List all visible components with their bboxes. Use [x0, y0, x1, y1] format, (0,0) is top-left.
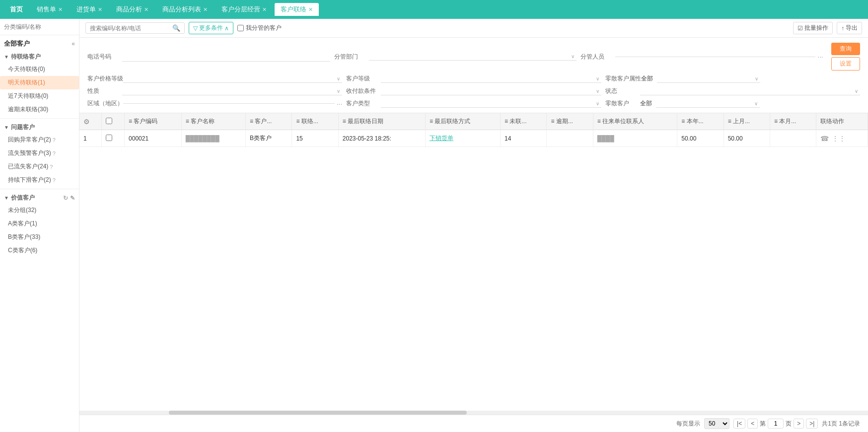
pagination-nav: |< < 第 页 > >| [733, 419, 818, 429]
table-row: 1 000021 ████████ B类客户 15 2023-05-23 18:… [79, 130, 868, 147]
set-button[interactable]: 设置 [831, 57, 860, 71]
customer-level-select[interactable]: ∨ [381, 75, 601, 83]
per-page-label: 每页显示 [676, 420, 700, 428]
collapse-icon[interactable]: « [72, 40, 75, 47]
nature-select[interactable]: ∨ [122, 87, 342, 95]
group-value-customers[interactable]: ▼ 价值客户 ↻ ✎ [0, 191, 79, 204]
question-icon: ? [53, 150, 56, 156]
prev-page-button[interactable]: < [747, 419, 758, 429]
sidebar: 🔍 全部客户 « ▼ 待联络客户 今天待联络(0) 明天待联络(1) 近7天待联… [0, 19, 79, 432]
status-select[interactable]: ∨ [640, 87, 860, 95]
scatter-customer-select[interactable]: ∨ [656, 100, 760, 108]
sidebar-item-c-class[interactable]: C类客户(6) [0, 244, 79, 257]
sidebar-item-today[interactable]: 今天待联络(0) [0, 63, 79, 76]
group-problem-customers[interactable]: ▼ 问题客户 [0, 121, 79, 133]
col-this-month: ≡ 本月... [770, 113, 816, 130]
close-icon[interactable]: ✕ [98, 6, 102, 13]
gear-icon[interactable]: ⚙ [83, 118, 90, 126]
phone-action-icon[interactable]: ☎ [820, 135, 829, 143]
nav-tab-3[interactable]: 商品分析列表 ✕ [156, 3, 214, 16]
more-conditions-button[interactable]: ▽ 更多条件 ∧ [189, 22, 233, 34]
search-input[interactable] [90, 25, 170, 32]
cell-unlinked: 14 [501, 130, 547, 147]
table-area: ⚙ ≡ 客户编码 ≡ 客户名称 ≡ 客户... ≡ 联络... ≡ 最后联络日期… [79, 113, 868, 411]
cell-last-date: 2023-05-23 18:25: [338, 130, 425, 147]
chevron-down-icon: ∨ [596, 101, 599, 106]
dots-icon[interactable]: ··· [337, 100, 343, 108]
phone-label: 电话号码 [87, 53, 122, 61]
triangle-icon: ▼ [4, 195, 9, 201]
sidebar-item-tomorrow[interactable]: 明天待联络(1) [0, 76, 79, 89]
close-icon[interactable]: ✕ [203, 6, 208, 13]
chevron-down-icon: ∨ [571, 54, 575, 59]
select-all-checkbox[interactable] [106, 118, 112, 124]
first-page-button[interactable]: |< [733, 419, 745, 429]
scatter-attr-select[interactable]: ∨ [657, 75, 761, 83]
refresh-icon[interactable]: ↻ [63, 195, 68, 202]
group-pending-contact[interactable]: ▼ 待联络客户 [0, 50, 79, 63]
row-checkbox[interactable] [106, 135, 112, 141]
close-icon[interactable]: ✕ [58, 6, 63, 13]
adv-filter-row-1: 电话号码 分管部门 ∨ 分管人员 ··· 查询 设置 [87, 43, 860, 71]
phone-input[interactable] [122, 52, 330, 62]
nav-tab-2[interactable]: 商品分析 ✕ [110, 3, 154, 16]
sidebar-item-ungrouped[interactable]: 未分组(32) [0, 204, 79, 217]
field-phone: 电话号码 [87, 52, 330, 62]
all-customers-header[interactable]: 全部客户 « [0, 35, 79, 50]
horizontal-scrollbar[interactable] [79, 411, 868, 415]
payment-select[interactable]: ∨ [381, 87, 601, 95]
export-button[interactable]: ↑ 导出 [837, 22, 862, 34]
sidebar-search-input[interactable] [4, 23, 78, 30]
sidebar-item-a-class[interactable]: A类客户(1) [0, 217, 79, 230]
sidebar-item-lost[interactable]: 已流失客户(24) ? [0, 160, 79, 173]
col-contact-count: ≡ 联络... [292, 113, 338, 130]
col-company-contact: ≡ 往来单位联系人 [593, 113, 677, 130]
col-unlinked: ≡ 未联... [501, 113, 547, 130]
customer-level-label: 客户等级 [346, 74, 381, 83]
next-page-button[interactable]: > [794, 419, 804, 429]
sidebar-item-b-class[interactable]: B类客户(33) [0, 230, 79, 244]
nav-tab-4[interactable]: 客户分层经营 ✕ [216, 3, 273, 16]
customer-table: ⚙ ≡ 客户编码 ≡ 客户名称 ≡ 客户... ≡ 联络... ≡ 最后联络日期… [79, 113, 868, 147]
query-button[interactable]: 查询 [831, 43, 860, 55]
nav-tab-5[interactable]: 客户联络 ✕ [275, 3, 319, 16]
field-region: 区域（地区） ··· [87, 99, 342, 108]
close-icon[interactable]: ✕ [308, 6, 313, 13]
chevron-down-icon: ∨ [596, 88, 599, 94]
chevron-down-icon: ∨ [755, 76, 758, 81]
col-type: ≡ 客户... [246, 113, 292, 130]
field-price-level: 客户价格等级 ∨ [87, 74, 342, 83]
col-actions: 联络动作 [816, 113, 868, 130]
my-customers-checkbox[interactable] [237, 25, 244, 31]
search-icon: 🔍 [172, 24, 180, 32]
menu-action-icon[interactable]: ⋮⋮ [832, 135, 846, 143]
scatter-attr-label: 零散客户属性 [605, 74, 641, 83]
price-level-select[interactable]: ∨ [123, 75, 342, 83]
per-page-select[interactable]: 50 100 200 [704, 418, 729, 429]
sidebar-item-warning[interactable]: 流失预警客户(3) ? [0, 146, 79, 160]
scrollbar-thumb[interactable] [169, 411, 467, 415]
col-gear[interactable]: ⚙ [79, 113, 102, 130]
my-customers-checkbox-label[interactable]: 我分管的客户 [237, 24, 282, 32]
dots-icon[interactable]: ··· [817, 53, 823, 61]
sidebar-item-declining[interactable]: 持续下滑客户(2) ? [0, 173, 79, 187]
last-method-link[interactable]: 下销货单 [430, 135, 453, 142]
customer-type-select[interactable]: ∨ [381, 100, 601, 108]
last-page-button[interactable]: >| [806, 419, 818, 429]
dept-select[interactable]: ∨ [369, 53, 577, 61]
question-icon: ? [53, 137, 56, 143]
nav-home[interactable]: 首页 [4, 3, 29, 16]
close-icon[interactable]: ✕ [144, 6, 148, 13]
close-icon[interactable]: ✕ [262, 6, 267, 13]
filter-icon: ▽ [193, 25, 198, 32]
nav-tab-0[interactable]: 销售单 ✕ [31, 3, 69, 16]
col-checkbox [102, 113, 125, 130]
sidebar-item-overdue[interactable]: 逾期未联络(30) [0, 103, 79, 116]
edit-icon[interactable]: ✎ [70, 195, 75, 202]
sidebar-item-7days[interactable]: 近7天待联络(0) [0, 89, 79, 103]
page-input[interactable] [768, 419, 784, 429]
col-last-month: ≡ 上月... [723, 113, 770, 130]
sidebar-item-abnormal[interactable]: 回购异常客户(2) ? [0, 133, 79, 146]
batch-ops-button[interactable]: ☑ 批量操作 [793, 22, 833, 34]
nav-tab-1[interactable]: 进货单 ✕ [71, 3, 108, 16]
